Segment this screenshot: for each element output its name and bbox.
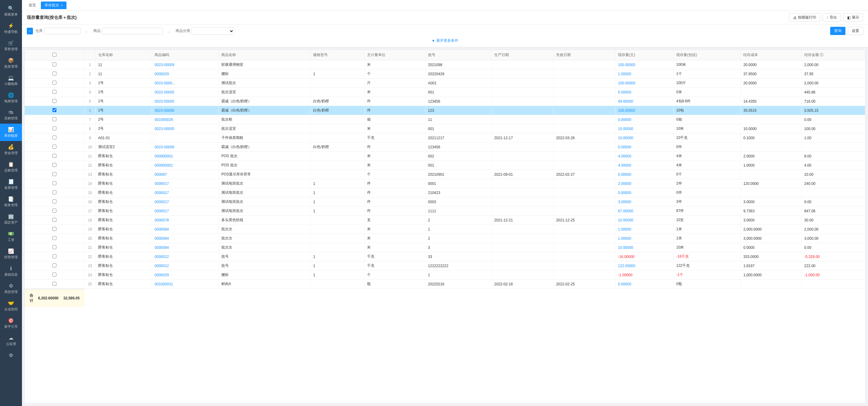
sidebar-item-cloud[interactable]: ☁ 云应用: [0, 332, 22, 349]
goods-input[interactable]: [102, 28, 163, 34]
row-checkbox-cell: [25, 133, 85, 142]
warehouse-input[interactable]: [44, 28, 81, 34]
export-button[interactable]: ↑ 导出: [823, 13, 841, 22]
row-qty-stock: 100斤: [674, 78, 741, 88]
row-qty-main: 0.00000: [615, 280, 674, 289]
table-row[interactable]: 25 爵客粘仓 001000031 鲜肉A 瓶 20220216 2022-02…: [25, 280, 865, 289]
sidebar-item-fixedasset[interactable]: 🏢 固定资产: [0, 210, 22, 228]
table-row[interactable]: 6 1号 0023-00008 霸减（白色/奶橙） 白色/奶橙 件 123 10…: [25, 106, 865, 115]
table-row[interactable]: 23 爵客粘仓 0000012 批号 1 千克 1222222222 122.0…: [25, 261, 865, 270]
sidebar-item-search[interactable]: 🔍 搜索菜单: [0, 2, 22, 20]
row-checkbox[interactable]: [53, 81, 56, 85]
category-select[interactable]: [191, 27, 234, 35]
table-row[interactable]: 9 A01-01 子件保质期粗 千克 20211217 2021-12-17 2…: [25, 133, 865, 142]
row-checkbox[interactable]: [53, 145, 56, 149]
row-checkbox[interactable]: [53, 190, 56, 194]
table-row[interactable]: 10 测试适宜2 0023-00008 霸减（白色/奶橙） 白色/奶橙 件 12…: [25, 142, 865, 152]
expand-button[interactable]: ▼ 展开更多条件: [432, 38, 459, 43]
row-checkbox[interactable]: [53, 90, 56, 94]
sidebar-item-newbie[interactable]: 🎯 新手引导: [0, 315, 22, 332]
table-row[interactable]: 8 2号 0023-00005 批次适宜 米 001 10.00000 10米 …: [25, 124, 865, 133]
sidebar-item-management[interactable]: 📈 经营管理: [0, 245, 22, 263]
sidebar-item-finance[interactable]: 💰 资金管理: [0, 141, 22, 158]
sidebar-item-inventory[interactable]: 📊 库存核算: [0, 124, 22, 141]
table-row[interactable]: 18 爵客粘仓 0000078 多头黑色软线 支 2 2021-12-21 20…: [25, 216, 865, 225]
table-row[interactable]: 17 爵客粘仓 0000017 测试电筒批次 1 件 1111 87.00000…: [25, 206, 865, 216]
sidebar-item-collab[interactable]: 🤝 企业协同: [0, 297, 22, 315]
sidebar-item-tax[interactable]: 📑 税务管理: [0, 193, 22, 210]
row-checkbox[interactable]: [53, 136, 56, 139]
row-balance: [802, 280, 865, 289]
row-checkbox[interactable]: [53, 282, 56, 286]
row-exp-date: [553, 252, 615, 261]
select-all-checkbox[interactable]: [53, 53, 56, 57]
row-checkbox[interactable]: [53, 163, 56, 167]
row-qty-stock: 1个: [674, 69, 741, 78]
sidebar-item-smallecom[interactable]: 💻 小额电商: [0, 72, 22, 89]
table-row[interactable]: 16 爵客粘仓 0000017 测试电筒批次 1 件 0003 3.00000 …: [25, 197, 865, 206]
collapse-arrow-button[interactable]: ›: [27, 28, 33, 34]
print-button[interactable]: 🖨 按模版打印: [789, 13, 820, 22]
table-row[interactable]: 21 爵客粘仓 0000084 批次次 米 3 10.00000 10米 0.0…: [25, 243, 865, 252]
toggle-button[interactable]: ◧ 展示: [843, 13, 863, 22]
sidebar-item-baseinfo[interactable]: ℹ 基础信息: [0, 263, 22, 280]
row-checkbox[interactable]: [53, 273, 56, 276]
row-checkbox[interactable]: [53, 172, 56, 176]
table-row[interactable]: 1 11 0023-00009 软驱通用物宣 米 2021098 100.000…: [25, 60, 865, 69]
search-button[interactable]: 查询: [830, 27, 845, 35]
row-goods-code: 001000026: [152, 115, 219, 124]
sidebar-item-invoice[interactable]: 🧾 发票管理: [0, 176, 22, 193]
table-row[interactable]: 11 爵客粘仓 000900001 POS 批次 米 002 4.00000 4…: [25, 152, 865, 161]
table-row[interactable]: 5 1号 0023-00005 霸减（白色/奶橙） 白色/奶橙 件 123456…: [25, 97, 865, 106]
sidebar-item-ledger[interactable]: 📋 总账管理: [0, 158, 22, 176]
row-checkbox[interactable]: [53, 126, 56, 130]
table-row[interactable]: 22 爵客粘仓 0000012 批号 1 千克 33 -16.00000 -16…: [25, 252, 865, 261]
sidebar-item-sysadmin[interactable]: ⚙ 系统管理: [0, 280, 22, 297]
sidebar-item-quicknav[interactable]: ⚡ 快捷导航: [0, 20, 22, 37]
sidebar-item-purchase[interactable]: 🛍 采购管理: [0, 107, 22, 124]
row-checkbox[interactable]: [53, 62, 56, 66]
row-spec: [311, 78, 365, 88]
row-checkbox[interactable]: [53, 236, 56, 240]
tab-inventory-batch[interactable]: 库存批次 ×: [41, 2, 66, 9]
table-row[interactable]: 3 1号 0023-0000... 测试批次 斤 A001 100.00000 …: [25, 78, 865, 88]
table-row[interactable]: 14 爵客粘仓 0000017 测试电筒批次 1 件 0001 2.00000 …: [25, 179, 865, 188]
row-checkbox[interactable]: [53, 108, 56, 112]
row-checkbox[interactable]: [53, 99, 56, 103]
row-goods-code: 0000012: [152, 252, 219, 261]
row-checkbox[interactable]: [53, 209, 56, 212]
row-checkbox[interactable]: [53, 117, 56, 121]
settings-filter-button[interactable]: 设置: [848, 27, 863, 35]
sidebar-item-wholesale[interactable]: 📦 批发管理: [0, 55, 22, 72]
table-row[interactable]: 13 爵客粘仓 000097 POS显示库存异常 个 20210901 2021…: [25, 170, 865, 179]
row-checkbox[interactable]: [53, 254, 56, 258]
table-row[interactable]: 15 爵客粘仓 0000017 测试电筒批次 1 件 210423 0.0000…: [25, 188, 865, 197]
row-num: 15: [85, 188, 95, 197]
table-row[interactable]: 19 爵客粘仓 0000084 批次次 米 1 1.00000 1米 2,000…: [25, 225, 865, 234]
tab-home[interactable]: 首页: [25, 2, 40, 9]
table-row[interactable]: 4 1号 0023-00005 批次适宜 米 001 0.00000 0米 44…: [25, 88, 865, 97]
sidebar-item-salary[interactable]: 💵 工资: [0, 228, 22, 245]
row-checkbox[interactable]: [53, 72, 56, 75]
table-row[interactable]: 12 爵客粘仓 000900001 POS 批次 米 001 4.00000 4…: [25, 161, 865, 170]
close-tab-button[interactable]: ×: [61, 4, 63, 7]
row-unit-cost: 3.0000: [741, 216, 802, 225]
row-checkbox[interactable]: [53, 218, 56, 222]
row-checkbox[interactable]: [53, 264, 56, 267]
table-row[interactable]: 24 爵客粘仓 0000029 腰际 1 个 1 -1.00000 -1个 1,…: [25, 270, 865, 280]
sidebar-item-retail[interactable]: 🛒 零售管理: [0, 37, 22, 55]
settings-button[interactable]: ⚙: [0, 349, 22, 361]
sidebar-item-ecom[interactable]: 🌐 电商管理: [0, 89, 22, 107]
row-spec: 1: [311, 69, 365, 78]
row-checkbox[interactable]: [53, 245, 56, 249]
table-row[interactable]: 7 2号 001000026 批次框 箱 11 0.00000 0箱 0.00: [25, 115, 865, 124]
row-unit: 米: [365, 161, 425, 170]
table-row[interactable]: 20 爵客粘仓 0000084 批次次 米 2 1.00000 1米 3,000…: [25, 234, 865, 243]
row-checkbox[interactable]: [53, 154, 56, 158]
row-goods-code: 0000017: [152, 179, 219, 188]
row-checkbox[interactable]: [53, 200, 56, 203]
table-row[interactable]: 2 11 0000029 腰际 1 个 20220429 1.00000 1个 …: [25, 69, 865, 78]
row-checkbox[interactable]: [53, 181, 56, 185]
row-prod-date: [492, 225, 553, 234]
row-checkbox[interactable]: [53, 227, 56, 231]
